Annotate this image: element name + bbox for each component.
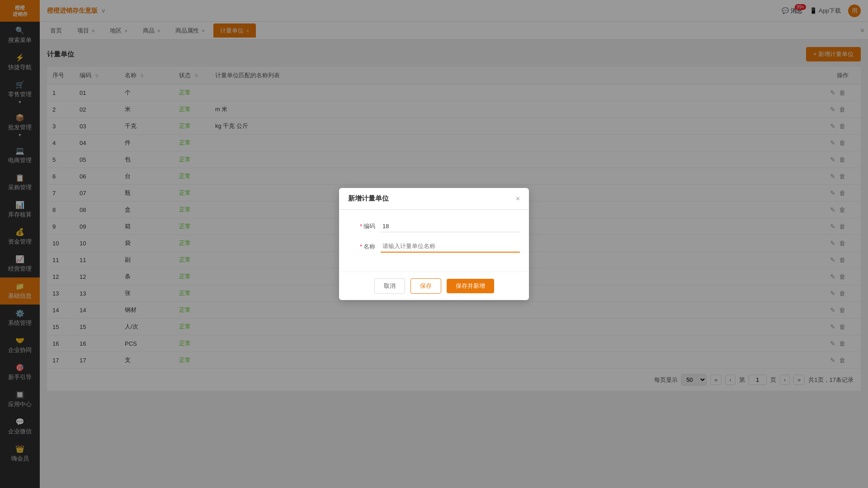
name-label: *名称 xyxy=(348,243,375,251)
modal-body: *编码 *名称 xyxy=(339,210,529,272)
modal-title: 新增计量单位 xyxy=(348,194,389,203)
code-input[interactable] xyxy=(381,221,520,232)
form-row-name: *名称 xyxy=(348,240,520,253)
code-label: *编码 xyxy=(348,222,375,230)
cancel-button[interactable]: 取消 xyxy=(374,278,405,294)
save-button[interactable]: 保存 xyxy=(410,278,441,294)
form-row-code: *编码 xyxy=(348,221,520,232)
name-input[interactable] xyxy=(381,240,520,253)
modal-header: 新增计量单位 × xyxy=(339,188,529,210)
save-and-new-button[interactable]: 保存并新增 xyxy=(447,279,494,293)
required-star: * xyxy=(360,223,362,230)
add-uom-modal: 新增计量单位 × *编码 *名称 取消 保存 保存并新增 xyxy=(339,188,529,300)
modal-close-button[interactable]: × xyxy=(516,195,520,203)
modal-footer: 取消 保存 保存并新增 xyxy=(339,272,529,300)
required-star: * xyxy=(360,243,362,250)
modal-overlay[interactable]: 新增计量单位 × *编码 *名称 取消 保存 保存并新增 xyxy=(0,0,868,488)
